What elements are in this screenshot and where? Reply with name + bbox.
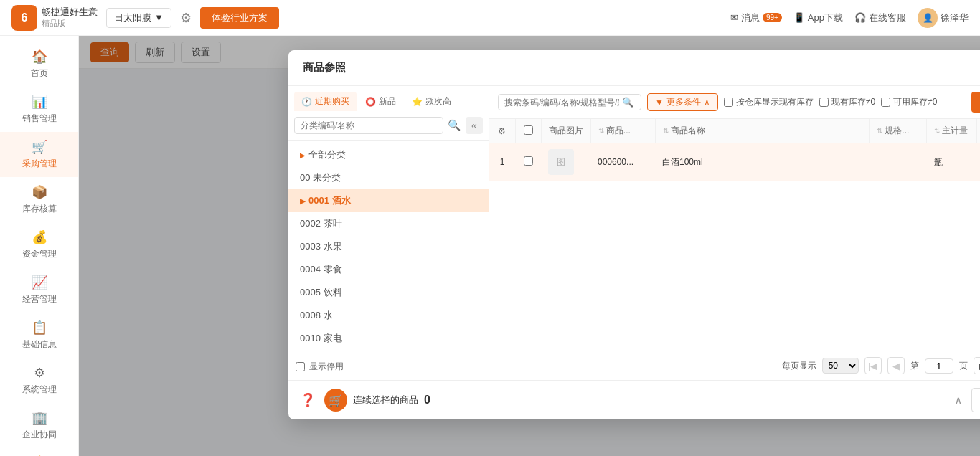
- category-active-arrow: ▶: [300, 197, 306, 205]
- sidebar-item-label: 首页: [31, 67, 48, 80]
- help-button[interactable]: ❓: [300, 392, 316, 408]
- category-item-appliances[interactable]: 0010 家电: [288, 327, 489, 350]
- category-item-liquor[interactable]: ▶ 0001 酒水: [288, 189, 489, 212]
- tab-new-products[interactable]: ⭕ 新品: [358, 92, 403, 111]
- category-item-label: 0004 零食: [300, 263, 342, 276]
- user-menu[interactable]: 👤 徐泽华: [918, 8, 969, 28]
- logo-area: 6 畅捷通好生意 精品版: [11, 5, 98, 31]
- sidebar-item-sales[interactable]: 📊 销售管理: [0, 87, 78, 132]
- th-unit[interactable]: ⇅ 主计量: [927, 119, 977, 143]
- select-all-checkbox[interactable]: [524, 125, 533, 135]
- category-item-fruit[interactable]: 0003 水果: [288, 235, 489, 258]
- page-label: 第: [910, 360, 919, 372]
- sidebar-item-home[interactable]: 🏠 首页: [0, 42, 78, 87]
- per-page-select[interactable]: 50 10 20 100: [822, 358, 859, 374]
- category-item-drinks[interactable]: 0005 饮料: [288, 281, 489, 304]
- page-prev-button[interactable]: ◀: [887, 357, 905, 374]
- show-disabled-checkbox-label[interactable]: 显示停用: [296, 361, 481, 373]
- app-download-button[interactable]: 📱 App下载: [793, 11, 843, 24]
- sidebar-item-purchase[interactable]: 🛒 采购管理: [0, 132, 78, 177]
- table-row[interactable]: 1 图 000600... 白酒100ml 瓶 -1: [489, 143, 980, 181]
- product-search-input[interactable]: [504, 98, 619, 108]
- page-first-button[interactable]: |◀: [864, 357, 882, 374]
- sidebar-item-system[interactable]: ⚙ 系统管理: [0, 358, 78, 403]
- row-checkbox[interactable]: [524, 156, 533, 166]
- page-input[interactable]: [925, 358, 953, 374]
- checkbox-stock-ne0[interactable]: [819, 98, 829, 107]
- th-check[interactable]: [515, 119, 541, 143]
- nav-selector-label: 日太阳膜: [114, 11, 151, 24]
- checkbox-warehouse-text: 按仓库显示现有库存: [736, 96, 814, 108]
- category-item-snacks[interactable]: 0004 零食: [288, 258, 489, 281]
- tab-high-frequency[interactable]: ⭐ 频次高: [405, 92, 458, 111]
- show-disabled-label: 显示停用: [309, 361, 344, 373]
- modal-body: 🕐 近期购买 ⭕ 新品 ⭐ 频次高: [288, 86, 980, 380]
- product-search-box[interactable]: 🔍: [498, 94, 641, 110]
- collapse-panel-button[interactable]: «: [466, 117, 483, 134]
- content-area: 查询 刷新 设置 商品参照 × 🕐 近期购买: [79, 36, 980, 456]
- th-img[interactable]: 商品图片: [541, 119, 590, 143]
- basic-info-icon: 📋: [32, 320, 47, 336]
- nav-selector-chevron: ▼: [154, 12, 164, 23]
- logo-sub: 精品版: [42, 18, 98, 29]
- category-item-all[interactable]: ▶ 全部分类: [288, 143, 489, 166]
- main-layout: 🏠 首页 📊 销售管理 🛒 采购管理 📦 库存核算 💰 资金管理 📈 经营管理 …: [0, 36, 980, 456]
- collapse-cart-button[interactable]: ∧: [954, 394, 963, 407]
- app-label: App下载: [808, 11, 843, 24]
- modal-footer: ❓ 🛒 连续选择的商品 0 ∧ 取消 确定: [288, 380, 980, 419]
- category-search-icon[interactable]: 🔍: [448, 119, 461, 132]
- settings-icon[interactable]: ⚙: [180, 10, 192, 26]
- th-name[interactable]: ⇅ 商品名称: [655, 119, 870, 143]
- sidebar-item-basic-info[interactable]: 📋 基础信息: [0, 313, 78, 358]
- th-code[interactable]: ⇅ 商品...: [590, 119, 655, 143]
- sidebar-item-enterprise[interactable]: 🏢 企业协同: [0, 403, 78, 448]
- td-check[interactable]: [515, 143, 541, 181]
- nav-selector[interactable]: 日太阳膜 ▼: [106, 8, 171, 28]
- phone-icon: 📱: [793, 12, 805, 23]
- table-body: 1 图 000600... 白酒100ml 瓶 -1: [489, 143, 980, 181]
- checkbox-warehouse[interactable]: [724, 98, 733, 107]
- online-service-button[interactable]: 🎧 在线客服: [854, 11, 906, 24]
- checkbox-warehouse-label[interactable]: 按仓库显示现有库存: [724, 96, 814, 108]
- product-table: ⚙ 商品图片 ⇅ 商品...: [489, 119, 980, 181]
- td-index: 1: [489, 143, 515, 181]
- checkbox-avail-ne0[interactable]: [881, 98, 890, 107]
- checkbox-stock-ne0-label[interactable]: 现有库存≠0: [819, 96, 875, 108]
- category-list: ▶ 全部分类 00 未分类 ▶ 0001 酒水 0002 茶叶: [288, 141, 489, 353]
- top-nav: 6 畅捷通好生意 精品版 日太阳膜 ▼ ⚙ 体验行业方案 ✉ 消息 99+ 📱 …: [0, 0, 980, 36]
- sidebar-item-operations[interactable]: 📈 经营管理: [0, 267, 78, 313]
- cta-button[interactable]: 体验行业方案: [200, 7, 279, 29]
- enterprise-icon: 🏢: [32, 410, 47, 426]
- tab-recent-purchase[interactable]: 🕐 近期购买: [294, 92, 357, 111]
- th-spec[interactable]: ⇅ 规格...: [870, 119, 927, 143]
- left-panel-search: 🔍 «: [288, 111, 489, 141]
- finance-icon: 💰: [32, 229, 47, 245]
- sidebar-item-guide[interactable]: 🔆 新手引导: [0, 448, 78, 456]
- category-item-unclassified[interactable]: 00 未分类: [288, 166, 489, 189]
- category-item-label: 0003 水果: [300, 240, 342, 253]
- add-product-button[interactable]: + 新增商品: [971, 92, 980, 113]
- th-available[interactable]: 可用量: [977, 119, 981, 143]
- cart-label: 连续选择的商品: [353, 394, 418, 407]
- filter-button[interactable]: ▼ 更多条件 ∧: [647, 93, 718, 111]
- cart-count: 0: [424, 394, 430, 407]
- checkbox-avail-ne0-label[interactable]: 可用库存≠0: [881, 96, 937, 108]
- sidebar-item-finance[interactable]: 💰 资金管理: [0, 222, 78, 267]
- td-name: 白酒100ml: [655, 143, 870, 181]
- sidebar-item-inventory[interactable]: 📦 库存核算: [0, 177, 78, 222]
- messages-button[interactable]: ✉ 消息 99+: [730, 11, 782, 24]
- category-item-tea[interactable]: 0002 茶叶: [288, 212, 489, 235]
- cancel-button[interactable]: 取消: [971, 388, 980, 412]
- table-header: ⚙ 商品图片 ⇅ 商品...: [489, 119, 980, 143]
- operations-icon: 📈: [32, 275, 47, 290]
- sales-icon: 📊: [32, 94, 47, 110]
- th-settings[interactable]: ⚙: [489, 119, 515, 143]
- messages-badge: 99+: [763, 13, 782, 22]
- modal-title: 商品参照: [303, 61, 346, 75]
- th-unit-label: 主计量: [942, 125, 968, 136]
- page-next-button[interactable]: ▶: [974, 357, 980, 374]
- category-item-water[interactable]: 0008 水: [288, 304, 489, 327]
- category-search-input[interactable]: [294, 117, 443, 134]
- sidebar-item-label: 资金管理: [22, 248, 57, 260]
- show-disabled-checkbox[interactable]: [296, 362, 305, 371]
